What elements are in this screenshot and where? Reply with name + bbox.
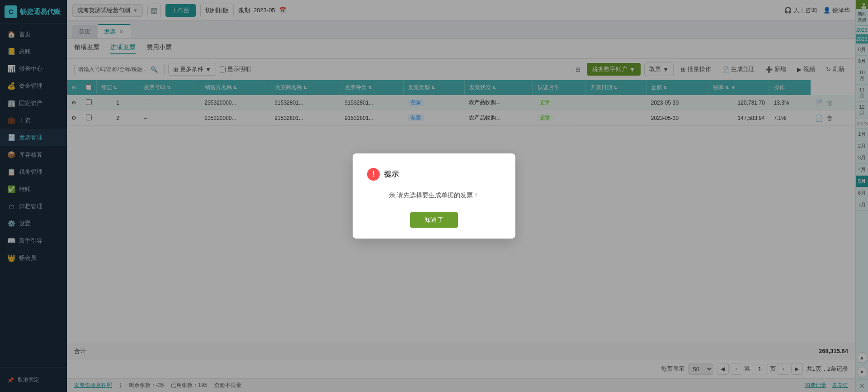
modal-message: 亲,请先选择要生成单据的发票！: [389, 188, 479, 203]
modal-warning-icon: !: [367, 168, 380, 181]
modal-header: ! 提示: [367, 168, 501, 181]
modal-box: ! 提示 亲,请先选择要生成单据的发票！ 知道了: [353, 153, 515, 239]
modal-confirm-button[interactable]: 知道了: [410, 212, 458, 228]
modal-overlay: ! 提示 亲,请先选择要生成单据的发票！ 知道了: [0, 0, 868, 392]
exclamation-icon: !: [372, 170, 374, 178]
modal-title: 提示: [384, 170, 399, 179]
